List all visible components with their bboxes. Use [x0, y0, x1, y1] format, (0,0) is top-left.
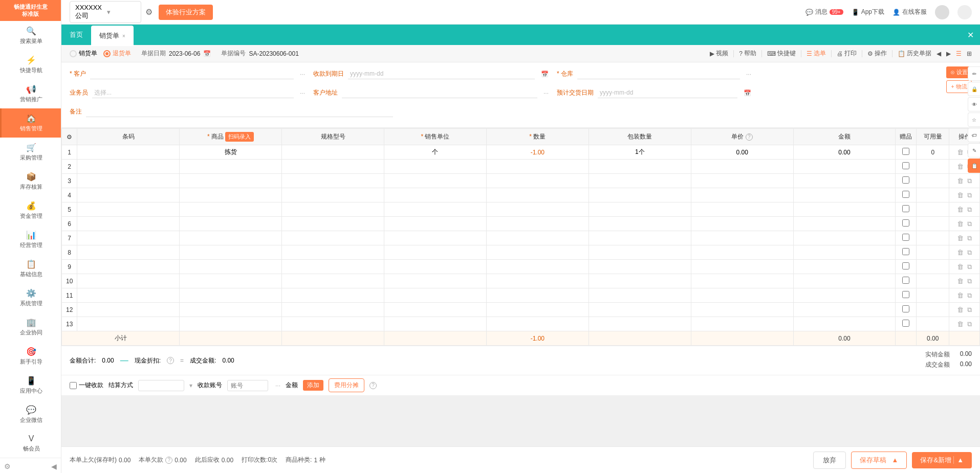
cell-unit-price[interactable] — [691, 231, 793, 245]
cell-pack-qty[interactable] — [589, 288, 691, 303]
amount-input[interactable] — [798, 278, 891, 285]
message-button[interactable]: 💬 消息 99+ — [805, 8, 843, 16]
gift-checkbox[interactable] — [902, 191, 909, 198]
unit-input[interactable] — [388, 220, 482, 228]
pack-qty-input[interactable] — [593, 278, 687, 285]
user-avatar[interactable] — [935, 5, 949, 19]
unit-price-help-icon[interactable]: ? — [746, 133, 753, 141]
cell-product[interactable] — [180, 231, 282, 245]
toolbar-select[interactable]: ☰ 选单 — [807, 49, 826, 58]
customer-input[interactable] — [90, 69, 294, 79]
cell-product[interactable] — [180, 145, 282, 160]
cell-amount[interactable] — [793, 145, 896, 160]
quantity-input[interactable] — [491, 249, 584, 256]
spec-input[interactable] — [286, 292, 380, 299]
unit-input[interactable] — [388, 249, 482, 256]
cell-product[interactable] — [180, 288, 282, 303]
cell-quantity[interactable] — [486, 303, 589, 317]
amount-input[interactable] — [798, 163, 891, 170]
gift-checkbox[interactable] — [902, 148, 909, 155]
cell-product[interactable] — [180, 245, 282, 260]
unit-price-input[interactable] — [695, 321, 789, 328]
toolbar-history[interactable]: 📋 历史单据 — [898, 49, 931, 58]
cell-unit[interactable] — [384, 202, 487, 217]
cell-barcode[interactable] — [77, 288, 180, 303]
product-input[interactable] — [184, 306, 277, 313]
cell-product[interactable] — [180, 188, 282, 202]
sidebar-item-capital[interactable]: 💰 资金管理 — [0, 196, 61, 225]
copy-row-icon[interactable]: ⧉ — [967, 306, 972, 313]
customer-addr-input[interactable] — [342, 87, 537, 98]
radio-return-order[interactable]: 退货单 — [103, 49, 131, 58]
receive-date-input[interactable] — [348, 69, 535, 79]
delete-row-icon[interactable]: 🗑 — [957, 291, 964, 299]
cell-spec[interactable] — [282, 303, 384, 317]
cell-gift[interactable] — [896, 317, 917, 331]
cell-pack-qty[interactable] — [589, 188, 691, 202]
cell-quantity[interactable] — [486, 274, 589, 288]
cell-spec[interactable] — [282, 145, 384, 160]
online-service-button[interactable]: 👤 在线客服 — [892, 8, 927, 16]
toolbar-view-list[interactable]: ☰ — [956, 50, 962, 57]
cell-barcode[interactable] — [77, 174, 180, 188]
cell-unit[interactable] — [384, 217, 487, 231]
spec-input[interactable] — [286, 249, 380, 256]
unit-input[interactable] — [388, 292, 482, 299]
cell-unit-price[interactable] — [691, 303, 793, 317]
expense-help-icon[interactable]: ? — [369, 382, 377, 389]
amount-input[interactable] — [798, 263, 891, 271]
barcode-input[interactable] — [81, 206, 175, 213]
cell-amount[interactable] — [793, 174, 896, 188]
spec-input[interactable] — [286, 192, 380, 199]
cell-pack-qty[interactable] — [589, 274, 691, 288]
sidebar-item-basic-info[interactable]: 📋 基础信息 — [0, 254, 61, 283]
cell-gift[interactable] — [896, 145, 917, 160]
sidebar-item-operations[interactable]: 📊 经营管理 — [0, 225, 61, 254]
cell-gift[interactable] — [896, 188, 917, 202]
header-settings-icon[interactable]: ⚙ — [145, 7, 153, 17]
barcode-input[interactable] — [81, 306, 175, 313]
tab-close-all[interactable]: ✕ — [967, 30, 974, 40]
tab-close-icon[interactable]: × — [122, 33, 125, 39]
quantity-input[interactable] — [491, 220, 584, 228]
sidebar-item-app-center[interactable]: 📱 应用中心 — [0, 371, 61, 400]
cell-pack-qty[interactable] — [589, 231, 691, 245]
sidebar-collapse-icon[interactable]: ◀ — [51, 462, 57, 470]
company-select[interactable]: XXXXXX公司 ▾ — [70, 1, 141, 23]
cell-unit-price[interactable] — [691, 260, 793, 274]
cell-barcode[interactable] — [77, 217, 180, 231]
amount-input[interactable] — [798, 206, 891, 213]
cell-amount[interactable] — [793, 160, 896, 174]
cell-gift[interactable] — [896, 245, 917, 260]
sidebar-item-wechat[interactable]: 💬 企业微信 — [0, 400, 61, 429]
save-new-chevron[interactable]: ▲ — [953, 456, 964, 464]
cell-spec[interactable] — [282, 245, 384, 260]
cell-gift[interactable] — [896, 260, 917, 274]
cell-barcode[interactable] — [77, 260, 180, 274]
cell-product[interactable] — [180, 174, 282, 188]
cell-quantity[interactable] — [486, 245, 589, 260]
cell-unit[interactable] — [384, 317, 487, 331]
copy-row-icon[interactable]: ⧉ — [967, 277, 972, 285]
unit-input[interactable] — [388, 321, 482, 328]
pack-qty-input[interactable] — [593, 192, 687, 199]
cell-amount[interactable] — [793, 188, 896, 202]
product-input[interactable] — [184, 235, 277, 242]
barcode-input[interactable] — [81, 292, 175, 299]
unit-price-input[interactable] — [695, 177, 789, 185]
spec-input[interactable] — [286, 263, 380, 271]
cell-quantity[interactable] — [486, 160, 589, 174]
float-pencil-btn[interactable]: ✎ — [968, 143, 980, 157]
unit-input[interactable] — [388, 192, 482, 199]
float-view-btn[interactable]: 👁 — [968, 97, 980, 111]
cell-pack-qty[interactable] — [589, 202, 691, 217]
sidebar-settings-icon[interactable]: ⚙ — [4, 462, 11, 470]
cell-unit-price[interactable] — [691, 245, 793, 260]
app-download-button[interactable]: 📱 App下载 — [852, 8, 884, 16]
unit-input[interactable] — [388, 235, 482, 242]
spec-input[interactable] — [286, 278, 380, 285]
cell-spec[interactable] — [282, 260, 384, 274]
cell-amount[interactable] — [793, 245, 896, 260]
cell-spec[interactable] — [282, 174, 384, 188]
copy-row-icon[interactable]: ⧉ — [967, 234, 972, 242]
